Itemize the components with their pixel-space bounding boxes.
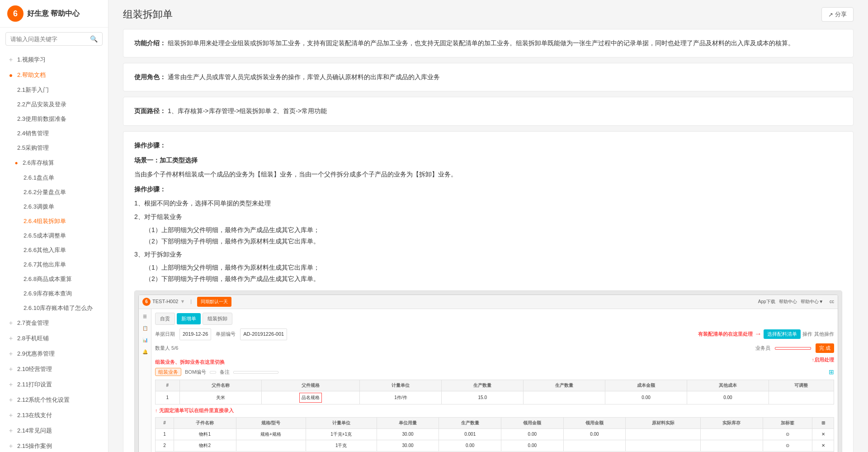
cth-tag2: ⊞	[812, 418, 834, 429]
nav-section: ＋ 1.视频学习 ● 2.帮助文档 2.1新手入门 2.2产品安装及登录 2.3…	[0, 50, 108, 452]
sidebar-item-2610[interactable]: 2.6.10库存账本错了怎么办	[0, 301, 108, 315]
c2-qty: 0.00	[439, 440, 501, 452]
cell-no: 1	[156, 391, 180, 404]
sidebar-header: 6 好生意 帮助中心	[0, 0, 108, 28]
sidebar-item-213[interactable]: ＋ 2.13在线支付	[0, 408, 108, 423]
sidebar-item-docs[interactable]: ● 2.帮助文档	[0, 67, 108, 83]
sidebar-item-261[interactable]: 2.6.1盘点单	[0, 171, 108, 185]
sidebar-item-262[interactable]: 2.6.2分量盘点单	[0, 185, 108, 200]
logo-text: 好生意 帮助中心	[27, 9, 80, 19]
c1-no: 1	[156, 429, 174, 440]
sidebar-item-label-29: 2.9优惠券管理	[17, 350, 55, 358]
cth-use-amt: 领用金额	[501, 418, 564, 429]
sidebar-item-label-28: 2.8手机旺铺	[17, 334, 49, 343]
mock-enable-annotation: ↑ 启用处理	[155, 356, 834, 365]
sidebar-item-25[interactable]: 2.5采购管理	[0, 141, 108, 155]
mock-no-label: 单据编号	[216, 330, 236, 339]
mock-child-table-body: 1 物料1 规格+规格 1千克+1克 30.00 0.001 0.00 0.00	[156, 429, 834, 452]
sidebar-item-label-26: 2.6库存核算	[23, 159, 54, 167]
sidebar-item-video[interactable]: ＋ 1.视频学习	[0, 52, 108, 67]
c1-actual	[626, 429, 701, 440]
cth-prod-qty: 生产数量	[439, 418, 501, 429]
mock-main: 自贡 新增单 组装拆卸 单据日期 2019-12-26 单据编号 AD-2019	[151, 309, 838, 452]
mock-bom-label: BOM编号	[185, 368, 206, 377]
arrow-icon-1: →	[755, 328, 762, 341]
th-no: #	[156, 380, 180, 391]
cell-spec-input[interactable]: 品名规格	[299, 393, 322, 403]
mock-bom-input[interactable]	[210, 371, 216, 374]
mock-sub-form: 数量人 5/6 业务员 完 成	[155, 343, 834, 353]
content-area: 功能介绍： 组装拆卸单用来处理企业组装或拆卸等加工业务，支持有固定装配清单的产品…	[108, 29, 868, 452]
sidebar-item-23[interactable]: 2.3使用前数据准备	[0, 112, 108, 126]
ops-card: 操作步骤： 场景一：加工类型选择 当由多个子件材料组装成一个成品的业务为【组装】…	[123, 131, 854, 452]
search-input[interactable]	[10, 36, 90, 43]
mock-expand-icon[interactable]: ⊞	[829, 366, 834, 378]
share-icon: ↗	[828, 11, 833, 18]
plus-icon-28: ＋	[7, 335, 14, 342]
sidebar-item-265[interactable]: 2.6.5成本调整单	[0, 228, 108, 243]
role-text: 通常由生产人员或库管人员完成拆装业务的操作，库管人员确认原材料的出库和产成品的入…	[168, 73, 440, 81]
mock-divider: |	[190, 297, 192, 306]
search-icon[interactable]: 🔍	[90, 35, 98, 43]
mock-tab-new[interactable]: 新增单	[177, 313, 201, 325]
mock-period-btn[interactable]: 同期默认一天	[197, 297, 231, 307]
minus-icon-26: ●	[13, 159, 20, 167]
sidebar-item-22[interactable]: 2.2产品安装及登录	[0, 97, 108, 112]
sidebar-item-label-214: 2.14常见问题	[17, 427, 52, 435]
sidebar-item-28[interactable]: ＋ 2.8手机旺铺	[0, 331, 108, 346]
mock-select-bom-btn[interactable]: 选择配料清单	[764, 329, 801, 339]
cell-cost: 0.00	[605, 391, 687, 404]
sidebar-item-215[interactable]: ＋ 2.15操作案例	[0, 438, 108, 452]
sidebar-item-26[interactable]: ● 2.6库存核算	[0, 155, 108, 171]
sidebar-item-24[interactable]: 2.4销售管理	[0, 126, 108, 141]
sidebar-item-269[interactable]: 2.6.9库存账本查询	[0, 286, 108, 301]
minus-icon: ●	[7, 71, 14, 79]
c1-del[interactable]: ✕	[812, 429, 834, 440]
sidebar-item-212[interactable]: ＋ 2.12系统个性化设置	[0, 392, 108, 408]
mock-tab-assembly[interactable]: 组装拆卸	[203, 313, 232, 325]
sidebar: 6 好生意 帮助中心 🔍 ＋ 1.视频学习 ● 2.帮助文档 2.1新手入门 2…	[0, 0, 108, 452]
sidebar-item-21[interactable]: 2.1新手入门	[0, 83, 108, 97]
sidebar-item-27[interactable]: ＋ 2.7资金管理	[0, 315, 108, 331]
mock-date-value[interactable]: 2019-12-26	[179, 328, 211, 340]
sidebar-item-214[interactable]: ＋ 2.14常见问题	[0, 423, 108, 438]
mock-no-value[interactable]: AD-20191226-001	[240, 328, 287, 340]
mock-staff-input[interactable]	[775, 347, 811, 350]
c1-amt1: 0.00	[501, 429, 564, 440]
sidebar-item-label-213: 2.13在线支付	[17, 411, 52, 419]
sidebar-item-267[interactable]: 2.6.7其他出库单	[0, 257, 108, 272]
mock-window: 6 TEST-H002 ▼ | 同期默认一天 App下载 帮助中心 帮助中心▼ …	[138, 295, 838, 452]
cth-actual: 原材料实际	[626, 418, 701, 429]
search-box[interactable]: 🔍	[5, 32, 103, 46]
mock-dropdown-icon: ▼	[180, 297, 185, 306]
sidebar-item-label: 1.视频学习	[17, 56, 46, 64]
c1-name: 物料1	[174, 429, 236, 440]
mock-confirm-btn[interactable]: 完 成	[816, 343, 834, 353]
plus-icon-213: ＋	[7, 412, 14, 419]
sidebar-item-29[interactable]: ＋ 2.9优惠券管理	[0, 346, 108, 362]
cth-tag1: 加标签	[763, 418, 812, 429]
mock-tab-home[interactable]: 自贡	[155, 313, 175, 325]
c2-del[interactable]: ✕	[812, 440, 834, 452]
mock-nav-icon2: 📋	[139, 323, 151, 334]
c2-name: 物料2	[174, 440, 236, 452]
mock-nav-icon3: 📊	[139, 334, 151, 346]
sidebar-item-211[interactable]: ＋ 2.11打印设置	[0, 377, 108, 392]
c1-qty: 0.001	[439, 429, 501, 440]
mock-parent-table-body: 1 关米 品名规格 1件/件 15.0	[156, 391, 834, 404]
cell-other-cost: 0.00	[687, 391, 769, 404]
c2-tag: ⊙	[763, 440, 812, 452]
c1-tag: ⊙	[763, 429, 812, 440]
sidebar-item-263[interactable]: 2.6.3调拨单	[0, 200, 108, 214]
sidebar-item-266[interactable]: 2.6.6其他入库单	[0, 243, 108, 257]
mock-memo-input[interactable]	[233, 371, 278, 374]
mock-type-select[interactable]: 组装业务	[155, 368, 181, 376]
sidebar-item-210[interactable]: ＋ 2.10经营管理	[0, 362, 108, 377]
scenario1-desc: 当由多个子件材料组装成一个成品的业务为【组装】业务，当由一个父件拆分成多个子产品…	[134, 169, 842, 180]
sidebar-item-264[interactable]: 2.6.4组装拆卸单	[0, 214, 108, 228]
c2-usage: 30.00	[377, 440, 439, 452]
sidebar-item-268[interactable]: 2.6.8商品成本重算	[0, 272, 108, 286]
function-intro-label: 功能介绍：	[134, 39, 166, 47]
c1-amt2: 0.00	[563, 429, 626, 440]
share-button[interactable]: ↗ 分享	[821, 7, 854, 22]
